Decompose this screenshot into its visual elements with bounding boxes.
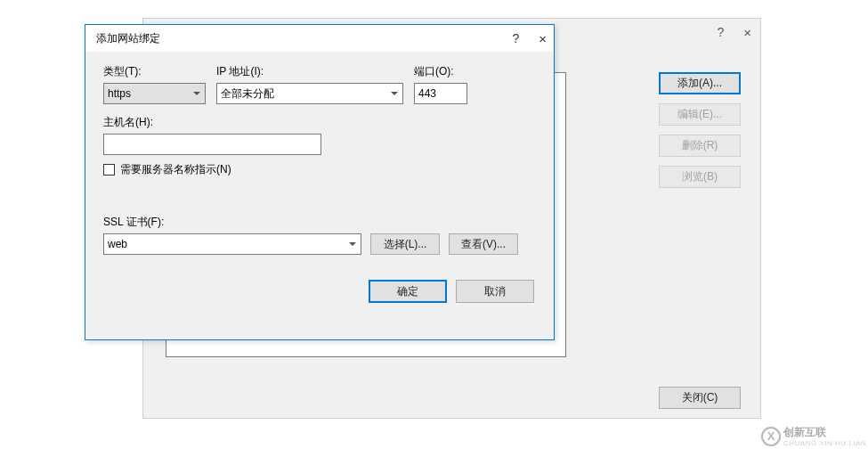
view-cert-button[interactable]: 查看(V)...: [449, 233, 518, 255]
host-input[interactable]: [103, 134, 321, 155]
ssl-row: SSL 证书(F): web 选择(L)... 查看(V)...: [103, 215, 536, 255]
logo-icon: X: [761, 427, 781, 446]
ssl-select[interactable]: web: [103, 233, 361, 255]
watermark: X 创新互联 CHUANG XIN HU LIAN: [761, 425, 866, 447]
ip-value: 全部未分配: [221, 86, 274, 102]
select-cert-button[interactable]: 选择(L)...: [370, 233, 440, 255]
ssl-value: web: [108, 238, 127, 250]
port-input[interactable]: 443: [414, 83, 467, 104]
help-icon[interactable]: ?: [717, 25, 724, 39]
delete-button: 删除(R): [659, 135, 741, 157]
ok-button[interactable]: 确定: [369, 280, 447, 303]
watermark-sub: CHUANG XIN HU LIAN: [783, 440, 866, 447]
type-select[interactable]: https: [103, 83, 206, 104]
child-body: 类型(T): https IP 地址(I): 全部未分配 端口(O): 443: [85, 52, 554, 314]
browse-button: 浏览(B): [659, 166, 741, 188]
dialog-title: 添加网站绑定: [96, 31, 492, 46]
close-button[interactable]: 关闭(C): [659, 387, 741, 409]
watermark-text: 创新互联: [783, 426, 826, 438]
port-label: 端口(O):: [414, 64, 467, 79]
chevron-down-icon: [349, 242, 356, 246]
add-button[interactable]: 添加(A)...: [659, 72, 741, 94]
ssl-field: SSL 证书(F): web: [103, 215, 361, 255]
edit-button: 编辑(E)...: [659, 103, 741, 126]
type-label: 类型(T):: [103, 64, 206, 79]
type-value: https: [108, 87, 131, 100]
checkbox-icon[interactable]: [103, 164, 115, 176]
ip-label: IP 地址(I):: [216, 64, 403, 79]
port-field: 端口(O): 443: [414, 64, 467, 104]
row-type-ip-port: 类型(T): https IP 地址(I): 全部未分配 端口(O): 443: [103, 64, 536, 104]
cancel-button[interactable]: 取消: [456, 280, 534, 303]
add-site-binding-dialog: 添加网站绑定 ? × 类型(T): https IP 地址(I): 全部未分配 …: [85, 24, 555, 340]
type-field: 类型(T): https: [103, 64, 206, 104]
sni-checkbox-row[interactable]: 需要服务器名称指示(N): [103, 162, 536, 177]
close-icon[interactable]: ×: [539, 31, 547, 46]
ip-field: IP 地址(I): 全部未分配: [216, 64, 403, 104]
chevron-down-icon: [193, 92, 200, 95]
close-icon[interactable]: ×: [743, 25, 751, 40]
port-value: 443: [418, 87, 436, 100]
dialog-footer: 确定 取消: [103, 280, 536, 303]
side-buttons: 添加(A)... 编辑(E)... 删除(R) 浏览(B): [659, 72, 741, 188]
sni-label: 需要服务器名称指示(N): [120, 162, 231, 177]
host-field: 主机名(H):: [103, 115, 536, 155]
chevron-down-icon: [391, 92, 398, 95]
host-label: 主机名(H):: [103, 115, 536, 130]
help-icon[interactable]: ?: [512, 31, 519, 45]
ip-select[interactable]: 全部未分配: [216, 83, 403, 104]
ssl-label: SSL 证书(F):: [103, 215, 361, 230]
child-titlebar: 添加网站绑定 ? ×: [85, 25, 554, 52]
